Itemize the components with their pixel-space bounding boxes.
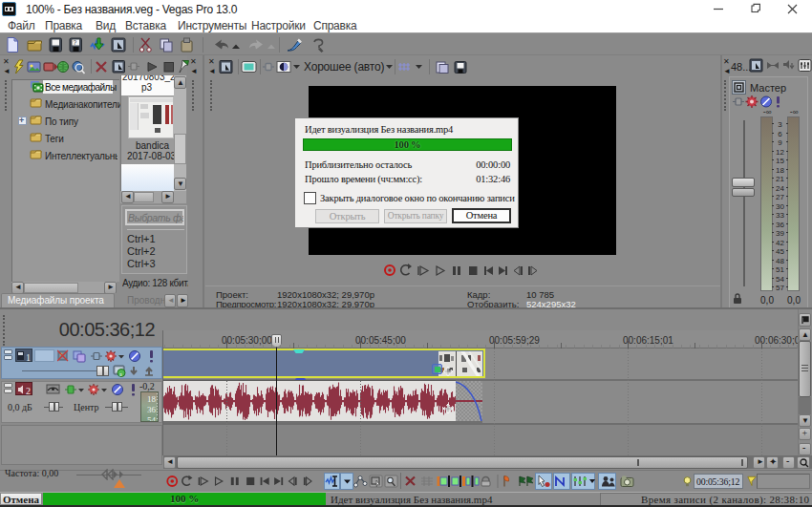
svg-text:a: a [119,371,122,377]
svg-text:?: ? [74,39,77,46]
svg-text:Хорошее (авто): Хорошее (авто) [304,60,384,74]
